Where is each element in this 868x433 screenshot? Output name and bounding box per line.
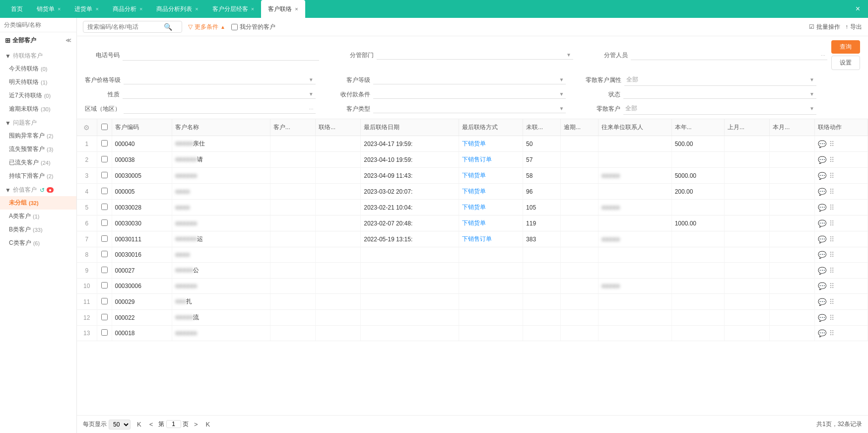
sidebar-item-c-class[interactable]: C类客户 (6): [0, 236, 76, 250]
last-way-link[interactable]: 下销货单: [462, 172, 486, 179]
contact-icon[interactable]: 💬: [818, 251, 826, 259]
contact-icon[interactable]: 💬: [818, 156, 826, 164]
more-icon[interactable]: ⠿: [829, 235, 834, 243]
last-page-btn[interactable]: K: [203, 420, 213, 429]
close-goods-analysis-icon[interactable]: ×: [139, 6, 142, 12]
search-box[interactable]: 🔍: [83, 21, 182, 33]
row-last-way[interactable]: 下销售订单: [459, 152, 523, 168]
more-icon[interactable]: ⠿: [829, 204, 834, 212]
nav-home[interactable]: 首页: [4, 0, 30, 18]
dept-select[interactable]: ▼: [377, 51, 573, 60]
scatter-attr-select[interactable]: 全部 ▼: [624, 74, 816, 86]
close-goods-analysis-list-icon[interactable]: ×: [195, 6, 198, 12]
batch-op-btn[interactable]: ☑ 批量操作: [809, 23, 840, 31]
reset-button[interactable]: 设置: [831, 56, 860, 70]
contact-icon[interactable]: 💬: [818, 235, 826, 243]
sidebar-item-declining[interactable]: 持续下滑客户 (2): [0, 169, 76, 183]
row-checkbox[interactable]: [97, 200, 112, 216]
row-last-way[interactable]: 下销货单: [459, 168, 523, 184]
sidebar-item-unclassified[interactable]: 未分组 (32): [0, 196, 76, 210]
search-button[interactable]: 查询: [831, 40, 860, 54]
sidebar-search-box[interactable]: 🔍: [0, 18, 76, 32]
row-checkbox[interactable]: [97, 279, 112, 294]
sidebar-group-problem[interactable]: ▼ 问题客户: [0, 116, 76, 129]
sidebar-search-input[interactable]: [4, 21, 77, 28]
last-way-link[interactable]: 下销货单: [462, 188, 486, 195]
row-last-way[interactable]: 下销货单: [459, 216, 523, 231]
contact-icon[interactable]: 💬: [818, 282, 826, 290]
first-page-btn[interactable]: K: [134, 420, 144, 429]
row-checkbox[interactable]: [97, 184, 112, 200]
more-filters-btn[interactable]: ▽ 更多条件 ▲: [188, 23, 225, 31]
row-checkbox[interactable]: [97, 216, 112, 231]
per-page-select[interactable]: 50: [109, 420, 131, 430]
contact-icon[interactable]: 💬: [818, 314, 826, 322]
row-last-way[interactable]: 下销货单: [459, 184, 523, 200]
phone-input[interactable]: [123, 50, 319, 61]
row-checkbox[interactable]: [97, 294, 112, 310]
contact-icon[interactable]: 💬: [818, 267, 826, 275]
contact-icon[interactable]: 💬: [818, 204, 826, 212]
region-select[interactable]: ···: [124, 104, 316, 114]
export-btn[interactable]: ↑ 导出: [845, 23, 862, 31]
row-select-checkbox[interactable]: [101, 251, 108, 257]
sidebar-group-value[interactable]: ▼ 价值客户 ↺ ●: [0, 183, 76, 196]
search-icon[interactable]: 🔍: [164, 23, 172, 31]
sidebar-all-customers[interactable]: ⊞ 全部客户 ≪: [0, 32, 76, 49]
customer-type-select[interactable]: ▼: [373, 104, 566, 113]
customer-level-select[interactable]: ▼: [373, 75, 566, 84]
sidebar-item-today[interactable]: 今天待联络 (0): [0, 62, 76, 75]
more-icon[interactable]: ⠿: [829, 140, 834, 148]
contact-icon[interactable]: 💬: [818, 219, 826, 227]
nav-customer-layer[interactable]: 客户分层经客 ×: [205, 0, 261, 18]
more-icon[interactable]: ⠿: [829, 156, 834, 164]
row-select-checkbox[interactable]: [101, 282, 108, 289]
row-select-checkbox[interactable]: [101, 204, 108, 210]
row-select-checkbox[interactable]: [101, 219, 108, 226]
row-select-checkbox[interactable]: [101, 188, 108, 194]
collapse-sidebar-icon[interactable]: ≪: [66, 37, 71, 44]
status-select[interactable]: ▼: [623, 90, 816, 99]
checkbox-col-header[interactable]: [97, 119, 112, 136]
last-way-link[interactable]: 下销货单: [462, 219, 486, 226]
close-all-tabs[interactable]: ×: [852, 4, 864, 13]
contact-icon[interactable]: 💬: [818, 298, 826, 306]
prev-page-btn[interactable]: <: [147, 420, 156, 429]
close-customer-contact-icon[interactable]: ×: [295, 6, 298, 12]
row-select-checkbox[interactable]: [101, 267, 108, 273]
last-way-link[interactable]: 下销售订单: [462, 235, 492, 242]
sidebar-item-churned[interactable]: 已流失客户 (24): [0, 156, 76, 169]
last-way-link[interactable]: 下销售订单: [462, 156, 492, 163]
sidebar-group-pending[interactable]: ▼ 待联络客户: [0, 49, 76, 62]
nav-sales[interactable]: 销货单 ×: [30, 0, 67, 18]
row-last-way[interactable]: 下销售订单: [459, 231, 523, 247]
last-way-link[interactable]: 下销货单: [462, 140, 486, 147]
sidebar-item-hoarding[interactable]: 囤购异常客户 (2): [0, 129, 76, 143]
sidebar-item-a-class[interactable]: A类客户 (1): [0, 210, 76, 223]
page-number-input[interactable]: [166, 420, 181, 428]
last-way-link[interactable]: 下销货单: [462, 204, 486, 211]
select-all-checkbox[interactable]: [101, 124, 108, 130]
row-select-checkbox[interactable]: [101, 140, 108, 146]
more-icon[interactable]: ⠿: [829, 188, 834, 196]
row-select-checkbox[interactable]: [101, 156, 108, 162]
more-icon[interactable]: ⠿: [829, 282, 834, 290]
more-icon[interactable]: ⠿: [829, 172, 834, 180]
sidebar-item-tomorrow[interactable]: 明天待联络 (1): [0, 75, 76, 89]
row-select-checkbox[interactable]: [101, 298, 108, 304]
next-page-btn[interactable]: >: [192, 420, 200, 429]
row-checkbox[interactable]: [97, 310, 112, 326]
more-icon[interactable]: ⠿: [829, 298, 834, 306]
contact-icon[interactable]: 💬: [818, 329, 826, 337]
row-checkbox[interactable]: [97, 136, 112, 152]
nav-goods-analysis-list[interactable]: 商品分析列表 ×: [149, 0, 205, 18]
sidebar-item-b-class[interactable]: B类客户 (33): [0, 223, 76, 236]
row-last-way[interactable]: 下销货单: [459, 136, 523, 152]
my-customers-checkbox[interactable]: 我分管的客户: [231, 23, 275, 31]
price-level-select[interactable]: ▼: [124, 75, 316, 84]
more-icon[interactable]: ⠿: [829, 267, 834, 275]
sidebar-item-7days[interactable]: 近7天待联络 (0): [0, 89, 76, 102]
payment-select[interactable]: ▼: [373, 90, 566, 99]
row-select-checkbox[interactable]: [101, 235, 108, 242]
more-icon[interactable]: ⠿: [829, 251, 834, 259]
